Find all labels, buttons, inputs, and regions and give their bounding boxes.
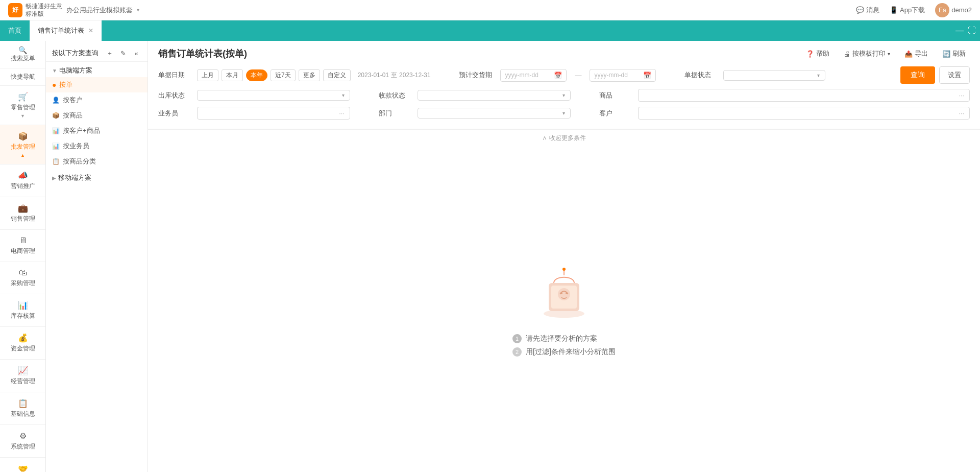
payment-status-arrow-icon: ▾ — [562, 92, 565, 98]
content-area: 按以下方案查询 + ✎ « ▼ 电脑端方案 ● 按单 👤 按客户 📦 — [46, 41, 980, 472]
logo-text: 畅捷通好生意 标准版 — [26, 3, 62, 17]
tree-expand-icon: ▼ — [52, 68, 57, 74]
sidebar-item-operations[interactable]: 📈 经营管理 — [0, 360, 45, 392]
sidebar-quick-nav[interactable]: 快捷导航 — [0, 68, 45, 86]
empty-state: 1 请先选择要分析的方案 2 用[过滤]条件来缩小分析范围 — [148, 147, 980, 472]
left-panel-actions: + ✎ « — [105, 48, 141, 58]
print-btn[interactable]: 🖨 按模板打印 ▾ — [840, 47, 894, 60]
refresh-btn[interactable]: 🔄 刷新 — [938, 47, 970, 60]
empty-tip-1: 1 请先选择要分析的方案 — [512, 334, 616, 343]
department-arrow-icon: ▾ — [562, 110, 565, 116]
collapse-bar[interactable]: ∧ 收起更多条件 — [148, 129, 980, 147]
salesperson-input[interactable]: ··· — [197, 107, 350, 120]
btn-last-month[interactable]: 上月 — [197, 69, 218, 81]
avatar: Ea — [935, 3, 949, 17]
sidebar-item-retail[interactable]: 🛒 零售管理 ▼ — [0, 86, 45, 125]
tabbar-minimize-btn[interactable]: — — [955, 26, 964, 35]
empty-tip-2: 2 用[过滤]条件来缩小分析范围 — [512, 347, 616, 357]
calendar-from-icon: 📅 — [554, 72, 562, 79]
retail-arrow-icon: ▼ — [20, 113, 25, 119]
tabbar: 首页 销售订单统计表 ✕ — ⛶ — [0, 20, 980, 41]
sidebar-search[interactable]: 🔍 搜索菜单 — [0, 41, 45, 68]
department-select[interactable]: ▾ — [418, 108, 571, 119]
topbar: 好 畅捷通好生意 标准版 办公用品行业模拟账套 ▾ 💬 消息 📱 App下载 E… — [0, 0, 980, 20]
app-download-icon: 📱 — [890, 6, 898, 14]
sidebar-item-finance[interactable]: 💰 资金管理 — [0, 327, 45, 360]
operations-icon: 📈 — [18, 366, 28, 375]
wholesale-icon: 📦 — [18, 131, 28, 141]
sidebar-item-ecommerce[interactable]: 🖥 电商管理 — [0, 230, 45, 262]
print-dropdown-icon: ▾ — [888, 51, 890, 57]
tree-item-icon-by-product: 📦 — [52, 112, 60, 119]
tree-section-mobile[interactable]: ▶ 移动端方案 — [46, 171, 148, 184]
delivery-status-arrow-icon: ▾ — [342, 92, 345, 98]
filter-row-1: 单据日期 上月 本月 本年 近7天 更多 自定义 2023-01-01 至 20 — [158, 66, 970, 84]
tree-section-pc[interactable]: ▼ 电脑端方案 — [46, 64, 148, 77]
tab-sales-stats[interactable]: 销售订单统计表 ✕ — [30, 20, 102, 41]
export-btn[interactable]: 📤 导出 — [900, 47, 932, 60]
tree-item-by-order[interactable]: ● 按单 — [46, 77, 148, 92]
delivery-status-select[interactable]: ▾ — [197, 90, 350, 101]
tree-item-by-customer[interactable]: 👤 按客户 — [46, 92, 148, 108]
right-main: 销售订单统计表(按单) ❓ 帮助 🖨 按模板打印 ▾ 📤 — [148, 41, 980, 472]
settings-button[interactable]: 设置 — [939, 66, 970, 84]
tab-home[interactable]: 首页 — [0, 20, 30, 41]
tree-item-icon-by-cust-prod: 📊 — [52, 127, 60, 134]
sidebar-item-sales-mgmt[interactable]: 💼 销售管理 — [0, 197, 45, 230]
system-icon: ⚙ — [19, 431, 27, 441]
tree-item-by-customer-product[interactable]: 📊 按客户+商品 — [46, 123, 148, 138]
help-btn[interactable]: ❓ 帮助 — [802, 47, 834, 60]
tree-item-by-product[interactable]: 📦 按商品 — [46, 108, 148, 123]
btn-last-7-days[interactable]: 近7天 — [271, 69, 296, 81]
customer-label: 客户 — [599, 109, 630, 118]
tree-item-icon-by-order: ● — [52, 81, 56, 89]
payment-status-select[interactable]: ▾ — [418, 90, 571, 101]
sidebar-item-purchase[interactable]: 🛍 采购管理 — [0, 262, 45, 294]
tree-item-by-salesperson[interactable]: 📊 按业务员 — [46, 138, 148, 154]
user-avatar-action[interactable]: Ea demo2 — [935, 3, 972, 17]
goods-input[interactable]: ··· — [638, 89, 970, 102]
refresh-icon: 🔄 — [942, 50, 950, 58]
sidebar: 🔍 搜索菜单 快捷导航 🛒 零售管理 ▼ 📦 批发管理 ▲ 📣 营销推广 💼 销… — [0, 41, 46, 472]
tab-close-icon[interactable]: ✕ — [88, 27, 93, 34]
sidebar-item-basics[interactable]: 📋 基础信息 — [0, 392, 45, 425]
workspace-dropdown-icon[interactable]: ▾ — [137, 7, 139, 13]
message-action[interactable]: 💬 消息 — [856, 6, 879, 15]
doc-status-select[interactable]: ▾ — [723, 70, 825, 81]
tabbar-maximize-btn[interactable]: ⛶ — [968, 26, 976, 35]
btn-more-date[interactable]: 更多 — [299, 69, 320, 81]
collapse-panel-btn[interactable]: « — [131, 48, 141, 58]
goods-label: 商品 — [599, 91, 630, 100]
tree-item-by-product-category[interactable]: 📋 按商品分类 — [46, 154, 148, 169]
expected-from-input[interactable]: yyyy-mm-dd 📅 — [500, 69, 567, 82]
sidebar-item-wholesale[interactable]: 📦 批发管理 ▲ — [0, 125, 45, 164]
salesperson-more-icon[interactable]: ··· — [339, 109, 345, 117]
empty-icon — [533, 263, 595, 324]
add-scheme-btn[interactable]: + — [105, 48, 115, 58]
filter-row-3: 业务员 ··· 部门 ▾ 客户 ··· — [158, 107, 970, 120]
customer-more-icon[interactable]: ··· — [959, 109, 964, 117]
btn-this-month[interactable]: 本月 — [222, 69, 243, 81]
date-range-display: 2023-01-01 至 2023-12-31 — [358, 71, 431, 80]
sidebar-item-system[interactable]: ⚙ 系统管理 — [0, 425, 45, 458]
inventory-icon: 📊 — [18, 300, 28, 310]
goods-more-icon[interactable]: ··· — [959, 91, 964, 99]
date-quick-group: 上月 本月 本年 近7天 更多 自定义 2023-01-01 至 2023-12… — [197, 69, 430, 81]
main-layout: 🔍 搜索菜单 快捷导航 🛒 零售管理 ▼ 📦 批发管理 ▲ 📣 营销推广 💼 销… — [0, 41, 980, 472]
customer-input[interactable]: ··· — [638, 107, 970, 120]
delivery-status-label: 出库状态 — [158, 91, 189, 100]
btn-custom-date[interactable]: 自定义 — [323, 69, 351, 81]
filter-area: 单据日期 上月 本月 本年 近7天 更多 自定义 2023-01-01 至 20 — [158, 66, 970, 129]
btn-this-year[interactable]: 本年 — [246, 69, 267, 81]
sidebar-item-enterprise[interactable]: 🤝 企业协同 — [0, 458, 45, 472]
sidebar-item-inventory[interactable]: 📊 库存核算 — [0, 294, 45, 327]
edit-scheme-btn[interactable]: ✎ — [118, 48, 128, 58]
message-icon: 💬 — [856, 6, 864, 14]
sales-mgmt-icon: 💼 — [18, 203, 28, 213]
expected-to-input[interactable]: yyyy-mm-dd 📅 — [590, 69, 656, 82]
sidebar-item-marketing[interactable]: 📣 营销推广 — [0, 164, 45, 197]
svg-point-5 — [566, 292, 568, 294]
search-button[interactable]: 查询 — [900, 66, 935, 84]
app-download-action[interactable]: 📱 App下载 — [890, 6, 925, 15]
retail-icon: 🛒 — [18, 92, 28, 102]
